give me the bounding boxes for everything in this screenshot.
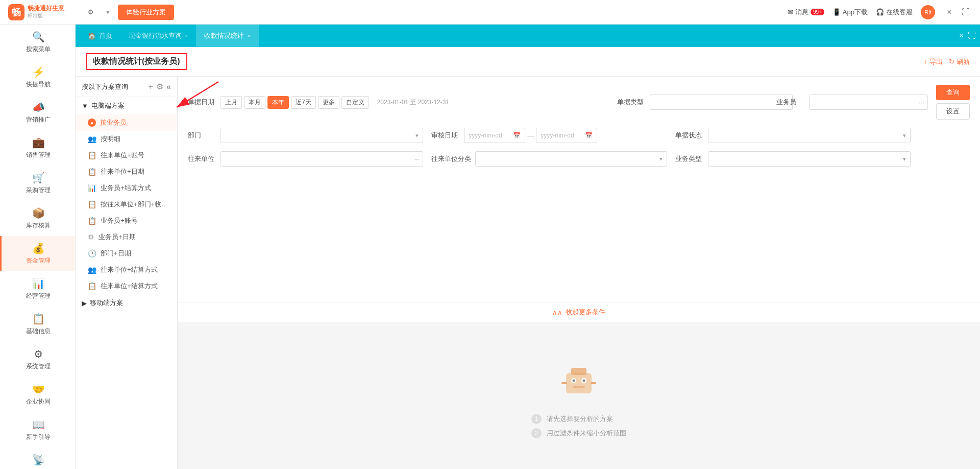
calendar-end-icon[interactable]: 📅 [585, 132, 593, 139]
filter-area: 单据日期 上月 本月 本年 近7天 更多 自定义 2023-01-01 至 20… [178, 77, 980, 469]
scheme-item-unit-date[interactable]: 📋 往来单位+日期 [76, 163, 177, 180]
scheme-item-unit-account-label: 往来单位+账号 [101, 151, 144, 160]
tab-dropdown-icon[interactable]: ▾ [102, 8, 114, 16]
date-btn-this-year[interactable]: 本年 [267, 96, 289, 109]
scheme-item-unit-account[interactable]: 📋 往来单位+账号 [76, 147, 177, 163]
scheme-group-mobile-header[interactable]: ▶ 移动端方案 [76, 294, 177, 312]
scheme-add-button[interactable]: + [149, 82, 153, 91]
review-date-start-input[interactable]: yyyy-mm-dd 📅 [464, 128, 525, 143]
scheme-item-salesman[interactable]: ● 按业务员 [76, 114, 177, 131]
scheme-header-label: 按以下方案查询 [82, 82, 128, 91]
scheme-item-salesman-account-icon: 📋 [88, 217, 96, 225]
tab-bank-flow-close[interactable]: × [185, 33, 188, 39]
scheme-settings-button[interactable]: ⚙ [156, 82, 163, 91]
scheme-group-mobile: ▶ 移动端方案 [76, 294, 177, 312]
maximize-window-button[interactable]: ⛶ [960, 6, 972, 18]
date-btn-this-month[interactable]: 本月 [244, 96, 265, 109]
inventory-icon: 📦 [32, 207, 45, 219]
dept-select[interactable]: ▾ [220, 128, 423, 143]
operation-icon: 📊 [32, 277, 45, 290]
sidebar-item-system[interactable]: ⚙ 系统管理 [0, 342, 75, 377]
trial-button[interactable]: 体验行业方案 [118, 5, 174, 20]
sidebar-item-quicknav[interactable]: ⚡ 快捷导航 [0, 60, 75, 95]
export-button[interactable]: ↑ 导出 [924, 57, 943, 66]
scheme-item-dept-date-label: 部门+日期 [101, 249, 131, 258]
scheme-item-salesman-date[interactable]: ⚙ 业务员+日期 [76, 229, 177, 245]
counterpart-category-label: 往来单位分类 [431, 154, 471, 163]
messages-label: 消息 [795, 8, 808, 17]
logo-icon: 畅 [8, 4, 24, 20]
date-options-group: 上月 本月 本年 近7天 更多 自定义 [220, 96, 369, 109]
sidebar-label-guide: 新手引导 [26, 433, 51, 441]
salesman-input[interactable] [810, 95, 916, 109]
scheme-item-unit-settle2[interactable]: 📋 往来单位+结算方式 [76, 278, 177, 294]
scheme-item-salesman-account[interactable]: 📋 业务员+账号 [76, 213, 177, 229]
sidebar-item-guide[interactable]: 📖 新手引导 [0, 412, 75, 448]
date-btn-last-month[interactable]: 上月 [220, 96, 242, 109]
tab-collection-stats-close[interactable]: × [247, 33, 250, 39]
dept-dropdown-icon: ▾ [415, 132, 419, 139]
date-btn-7days[interactable]: 近7天 [291, 96, 316, 109]
business-type-select[interactable]: ▾ [708, 151, 911, 167]
sidebar-label-quicknav: 快捷导航 [26, 80, 51, 89]
sidebar-item-basic[interactable]: 📋 基础信息 [0, 307, 75, 342]
scheme-item-salesman-settle-label: 业务员+结算方式 [101, 183, 151, 193]
scheme-item-salesman-settle-icon: 📊 [88, 184, 96, 192]
voucher-status-select[interactable]: ▾ [708, 128, 911, 143]
scheme-item-unit-settle1[interactable]: 👥 往来单位+结算方式 [76, 262, 177, 278]
refresh-button[interactable]: ↻ 刷新 [949, 57, 970, 66]
tab-home[interactable]: 🏠 首页 [80, 25, 120, 47]
date-btn-custom[interactable]: 自定义 [341, 96, 369, 109]
app-download-item[interactable]: 📱 App下载 [832, 8, 868, 17]
scheme-group-desktop-header[interactable]: ▼ 电脑端方案 [76, 97, 177, 114]
user-avatar-item[interactable]: Rit [921, 5, 935, 19]
refresh-icon: ↻ [949, 58, 954, 65]
scheme-collapse-button[interactable]: « [166, 82, 171, 91]
scheme-item-detail[interactable]: 👥 按明细 [76, 131, 177, 147]
page-actions: ↑ 导出 ↻ 刷新 [924, 57, 970, 66]
sidebar-item-sales[interactable]: 💼 销售管理 [0, 130, 75, 166]
tab-close-all-button[interactable]: × [959, 31, 964, 40]
export-label: 导出 [929, 57, 943, 66]
set-button[interactable]: 设置 [936, 103, 970, 120]
counterpart-input[interactable] [221, 152, 411, 166]
date-btn-more[interactable]: 更多 [318, 96, 339, 109]
voucher-type-select[interactable]: ▾ [650, 95, 793, 110]
scheme-group-desktop: ▼ 电脑端方案 ● 按业务员 👥 按明细 📋 往来单位+账号 [76, 97, 177, 294]
scheme-item-salesman-label: 按业务员 [100, 118, 127, 127]
counterpart-dots-button[interactable]: ··· [411, 155, 423, 163]
calendar-start-icon[interactable]: 📅 [513, 132, 521, 139]
sidebar-item-inventory[interactable]: 📦 库存核算 [0, 201, 75, 236]
scheme-item-unit-dept[interactable]: 📋 按往来单位+部门+收... [76, 196, 177, 213]
sidebar-item-operation[interactable]: 📊 经营管理 [0, 271, 75, 307]
sidebar-item-collab[interactable]: 🤝 企业协同 [0, 377, 75, 412]
filter-item-dept: 部门 ▾ [188, 128, 423, 143]
review-date-end-input[interactable]: yyyy-mm-dd 📅 [536, 128, 597, 143]
empty-step-1: 1 请先选择要分析的方案 [531, 414, 626, 424]
group-mobile-label: 移动端方案 [90, 298, 123, 308]
scheme-item-salesman-icon: ● [88, 119, 96, 127]
sidebar-item-hardware[interactable]: 📡 智能硬件 [0, 448, 75, 469]
query-button[interactable]: 查询 [936, 85, 970, 100]
tab-bank-flow[interactable]: 现金银行流水查询 × [120, 25, 196, 47]
tab-collection-stats[interactable]: 收款情况统计 × [196, 25, 258, 47]
step-2-number: 2 [531, 428, 542, 438]
sidebar-item-search[interactable]: 🔍 搜索菜单 [0, 25, 75, 60]
scheme-item-salesman-settle[interactable]: 📊 业务员+结算方式 [76, 180, 177, 196]
review-date-label: 审核日期 [431, 131, 460, 140]
tab-fullscreen-button[interactable]: ⛶ [968, 31, 976, 40]
app-download-label: App下载 [843, 8, 868, 17]
top-settings-icon[interactable]: ⚙ [84, 5, 98, 19]
counterpart-category-select[interactable]: ▾ [475, 151, 667, 167]
messages-item[interactable]: ✉ 消息 99+ [788, 8, 824, 17]
sidebar-item-purchase[interactable]: 🛒 采购管理 [0, 166, 75, 201]
scheme-item-salesman-date-icon: ⚙ [88, 233, 94, 241]
salesman-dots-button[interactable]: ··· [916, 99, 927, 106]
sidebar-item-finance[interactable]: 💰 资金管理 [0, 236, 75, 271]
close-window-button[interactable]: × [943, 6, 955, 18]
sidebar-item-marketing[interactable]: 📣 营销推广 [0, 95, 75, 130]
collapse-more-button[interactable]: ∧∧ 收起更多条件 [178, 302, 980, 322]
scheme-item-dept-date[interactable]: 🕐 部门+日期 [76, 245, 177, 262]
scheme-header-actions: + ⚙ « [149, 82, 171, 91]
online-service-item[interactable]: 🎧 在线客服 [876, 8, 913, 17]
